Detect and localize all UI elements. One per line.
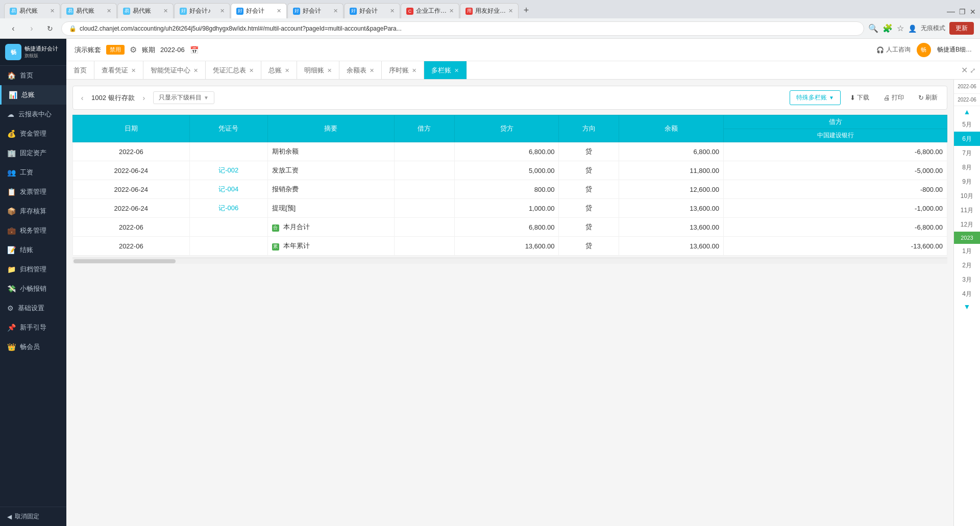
sub-header-bank: 中国建设银行 <box>724 129 947 142</box>
nav-item-archive[interactable]: 📁 归档管理 <box>0 260 66 279</box>
cal-scroll-down[interactable]: ▼ <box>954 301 980 312</box>
maximize-icon[interactable]: ❐ <box>959 8 966 16</box>
cell-voucher-3[interactable]: 记-006 <box>189 199 267 218</box>
browser-tab-2[interactable]: 易 易代账 ✕ <box>61 3 117 18</box>
tab-voucher-close[interactable]: ✕ <box>131 67 136 74</box>
nav-next-icon[interactable]: › <box>139 93 149 103</box>
browser-tab-9[interactable]: 用 用友好业… ✕ <box>460 3 519 18</box>
nav-item-assets[interactable]: 🏢 固定资产 <box>0 143 66 163</box>
sidebar-pin[interactable]: ◀ 取消固定 <box>0 507 66 526</box>
tab1-close[interactable]: ✕ <box>50 8 55 14</box>
cal-month-12[interactable]: 12月 <box>954 217 980 232</box>
tab9-close[interactable]: ✕ <box>508 8 513 14</box>
nav-item-guide[interactable]: 📌 新手引导 <box>0 318 66 337</box>
minimize-icon[interactable]: — <box>947 7 955 16</box>
cal-month-11[interactable]: 11月 <box>954 203 980 217</box>
cal-month-4-2023[interactable]: 4月 <box>954 287 980 301</box>
consult-button[interactable]: 🎧 人工咨询 <box>876 45 911 54</box>
browser-tab-4[interactable]: 好 好会计♪ ✕ <box>174 3 230 18</box>
tab4-close[interactable]: ✕ <box>220 8 225 14</box>
nav-prev-icon[interactable]: ‹ <box>77 93 87 103</box>
page-tab-detail[interactable]: 明细账 ✕ <box>297 61 339 80</box>
reload-button[interactable]: ↻ <box>43 21 57 36</box>
cell-voucher-1[interactable]: 记-002 <box>189 161 267 180</box>
page-tab-balance[interactable]: 余额表 ✕ <box>339 61 382 80</box>
tab-bar-collapse[interactable]: ✕ ⤢ <box>957 61 980 79</box>
update-button[interactable]: 更新 <box>949 22 974 35</box>
tab-smart-close[interactable]: ✕ <box>193 67 198 74</box>
nav-item-expense[interactable]: 💸 小畅报销 <box>0 279 66 298</box>
browser-tab-6[interactable]: 好 好会计 ✕ <box>287 3 344 18</box>
page-tab-summary[interactable]: 凭证汇总表 ✕ <box>206 61 261 80</box>
page-tab-multicolumn[interactable]: 多栏账 ✕ <box>424 61 467 80</box>
browser-tab-1[interactable]: 易 易代账 ✕ <box>4 3 60 18</box>
search-icon[interactable]: 🔍 <box>868 23 878 33</box>
page-tab-general[interactable]: 总账 ✕ <box>261 61 297 80</box>
cal-month-6[interactable]: 6月 <box>954 132 980 146</box>
close-icon[interactable]: ✕ <box>970 8 976 16</box>
tab-detail-close[interactable]: ✕ <box>327 67 332 74</box>
refresh-btn[interactable]: ↻ 刷新 <box>913 91 943 105</box>
cal-month-2-2023[interactable]: 2月 <box>954 258 980 272</box>
cal-scroll-up[interactable]: ▲ <box>954 106 980 117</box>
url-input[interactable]: 🔒 cloud2.chanjet.com/accounting/uh26t264… <box>61 21 864 36</box>
tab-summary-close[interactable]: ✕ <box>249 67 254 74</box>
forward-button[interactable]: › <box>24 21 39 36</box>
nav-item-tax[interactable]: 💼 税务管理 <box>0 221 66 240</box>
h-scrollbar[interactable] <box>72 258 947 264</box>
tab-multicolumn-close[interactable]: ✕ <box>454 67 459 74</box>
tab-balance-close[interactable]: ✕ <box>370 67 374 74</box>
cal-month-8[interactable]: 8月 <box>954 160 980 174</box>
nav-item-close[interactable]: 📝 结账 <box>0 240 66 260</box>
cal-month-7[interactable]: 7月 <box>954 146 980 160</box>
cal-month-3-2023[interactable]: 3月 <box>954 272 980 287</box>
nav-item-settings[interactable]: ⚙ 基础设置 <box>0 298 66 318</box>
cal-month-10[interactable]: 10月 <box>954 189 980 203</box>
cal-month-9[interactable]: 9月 <box>954 174 980 189</box>
tab3-close[interactable]: ✕ <box>163 8 168 14</box>
topbar-settings-icon[interactable]: ⚙ <box>130 45 137 55</box>
tab-add-button[interactable]: + <box>519 3 533 17</box>
browser-tab-5-active[interactable]: 好 好会计 ✕ <box>231 3 287 18</box>
tab-expand-icon[interactable]: ⤢ <box>970 66 976 74</box>
browser-tab-8[interactable]: C 企业工作… ✕ <box>401 3 459 18</box>
cal-month-1-2023[interactable]: 1月 <box>954 244 980 258</box>
cal-year-2023-badge[interactable]: 2023 <box>954 232 980 244</box>
tab-collapse-icon[interactable]: ✕ <box>961 65 968 75</box>
special-btn[interactable]: 特殊多栏账 ▼ <box>790 90 841 105</box>
browser-tab-7[interactable]: 好 好会计 ✕ <box>344 3 400 18</box>
page-tab-smart[interactable]: 智能凭证中心 ✕ <box>143 61 206 80</box>
nav-item-fund[interactable]: 💰 资金管理 <box>0 124 66 143</box>
calendar-icon[interactable]: 📅 <box>190 46 199 54</box>
tab8-close[interactable]: ✕ <box>449 8 454 14</box>
back-button[interactable]: ‹ <box>6 21 20 36</box>
cell-voucher-2[interactable]: 记-004 <box>189 180 267 199</box>
page-tab-home[interactable]: 首页 <box>66 61 94 80</box>
account-selector[interactable]: 1002 银行存款 <box>91 93 135 103</box>
download-btn[interactable]: ⬇ 下载 <box>845 91 874 105</box>
tab2-close[interactable]: ✕ <box>107 8 111 14</box>
h-scroll-thumb[interactable] <box>74 259 176 263</box>
nav-item-invoice[interactable]: 📋 发票管理 <box>0 182 66 202</box>
nav-item-payroll[interactable]: 👥 工资 <box>0 163 66 182</box>
sub-filter[interactable]: 只显示下级科目 ▼ <box>153 91 214 104</box>
nav-item-home[interactable]: 🏠 首页 <box>0 66 66 85</box>
print-btn[interactable]: 🖨 打印 <box>878 91 909 105</box>
tab6-close[interactable]: ✕ <box>333 8 338 14</box>
tab7-close[interactable]: ✕ <box>390 8 395 14</box>
nav-item-inventory[interactable]: 📦 库存核算 <box>0 202 66 221</box>
nav-item-member[interactable]: 👑 畅会员 <box>0 337 66 357</box>
nav-item-cloud[interactable]: ☁ 云报表中心 <box>0 105 66 124</box>
cal-month-5[interactable]: 5月 <box>954 117 980 132</box>
bookmark-icon[interactable]: ☆ <box>897 23 904 33</box>
extension-icon[interactable]: 🧩 <box>883 23 893 33</box>
page-tab-voucher[interactable]: 查看凭证 ✕ <box>94 61 143 80</box>
tab5-close[interactable]: ✕ <box>277 8 281 14</box>
nav-label-inventory: 库存核算 <box>20 207 46 216</box>
browser-profile-icon[interactable]: 👤 <box>908 24 917 33</box>
tab-general-close[interactable]: ✕ <box>285 67 289 74</box>
nav-item-ledger[interactable]: 📊 总账 <box>0 85 66 105</box>
page-tab-sequence[interactable]: 序时账 ✕ <box>382 61 424 80</box>
tab-sequence-close[interactable]: ✕ <box>412 67 416 74</box>
browser-tab-3[interactable]: 易 易代账 ✕ <box>117 3 174 18</box>
